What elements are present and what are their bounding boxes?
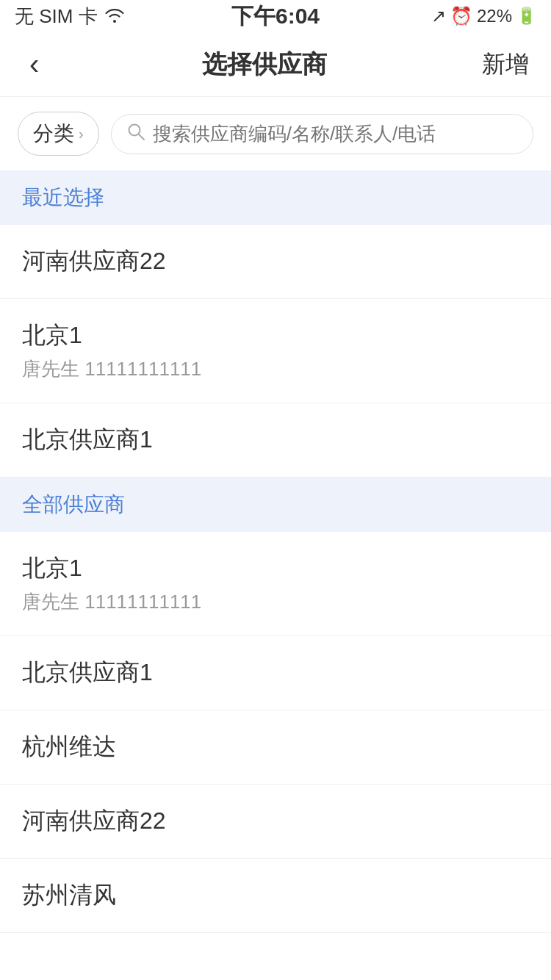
nav-bar: ‹ 选择供应商 新增 [0,32,551,97]
page-title: 选择供应商 [202,48,327,82]
chevron-right-icon: › [79,126,84,143]
list-item[interactable]: 北京供应商1 [0,636,551,710]
list-item[interactable]: 杭州维达 [0,710,551,785]
list-item[interactable]: 北京1 唐先生 11111111111 [0,299,551,403]
battery-icon: 🔋 [516,7,536,26]
item-name: 河南供应商22 [22,805,529,837]
item-name: 北京供应商1 [22,424,529,456]
item-name: 苏州清风 [22,879,529,912]
category-button[interactable]: 分类 › [18,112,99,156]
search-box [111,114,533,154]
item-name: 杭州维达 [22,731,529,763]
status-left: 无 SIM 卡 [15,4,126,29]
alarm-icon: ⏰ [450,6,472,26]
item-sub: 唐先生 11111111111 [22,589,529,615]
search-icon [126,122,145,146]
item-name: 北京1 [22,552,529,585]
category-label: 分类 [33,120,74,148]
search-input[interactable] [153,123,518,145]
item-sub: 唐先生 11111111111 [22,356,529,382]
wifi-icon [104,5,126,28]
all-items-list: 北京1 唐先生 11111111111 北京供应商1 杭州维达 河南供应商22 … [0,532,551,933]
all-section-header: 全部供应商 [0,478,551,532]
status-time: 下午6:04 [231,1,320,32]
recent-items-list: 河南供应商22 北京1 唐先生 11111111111 北京供应商1 [0,225,551,478]
list-item[interactable]: 苏州清风 [0,859,551,933]
no-sim-text: 无 SIM 卡 [15,4,98,29]
status-bar: 无 SIM 卡 下午6:04 ↗ ⏰ 22% 🔋 [0,0,551,32]
all-section-label: 全部供应商 [22,493,125,516]
list-item[interactable]: 河南供应商22 [0,785,551,859]
svg-line-1 [138,134,144,140]
list-item[interactable]: 北京1 唐先生 11111111111 [0,532,551,636]
recent-section-header: 最近选择 [0,170,551,225]
list-item[interactable]: 河南供应商22 [0,225,551,299]
back-button[interactable]: ‹ [22,40,46,88]
list-item[interactable]: 北京供应商1 [0,403,551,478]
item-name: 北京供应商1 [22,657,529,689]
item-name: 河南供应商22 [22,245,529,278]
status-right: ↗ ⏰ 22% 🔋 [431,6,536,26]
filter-bar: 分类 › [0,97,551,170]
add-button[interactable]: 新增 [482,48,529,81]
battery-text: 22% [477,6,512,26]
location-icon: ↗ [431,6,446,26]
recent-section-label: 最近选择 [22,186,104,209]
item-name: 北京1 [22,320,529,352]
